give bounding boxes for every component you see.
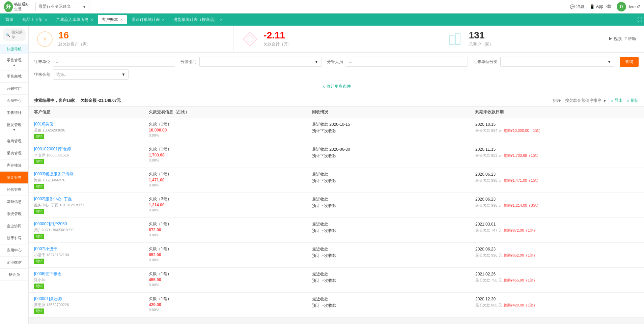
customer-name-1[interactable]: [0001020001]李老师 bbox=[34, 146, 149, 152]
stat-label-3: 总客户（家） bbox=[469, 41, 493, 47]
collection-info-6: 最近收款 预计下次收款 bbox=[312, 271, 475, 284]
sidebar-item-app-center[interactable]: 应用中心 bbox=[0, 244, 28, 257]
collapse-button[interactable]: ∧ 收起更多条件 bbox=[34, 82, 639, 91]
tab-accounts-close[interactable]: ✕ bbox=[120, 18, 123, 22]
sidebar-item-retail-store[interactable]: 零售商城 bbox=[0, 70, 28, 83]
overdue-link-1[interactable]: 超期¥1,703.68（1笔） bbox=[503, 153, 540, 157]
due-date-4: 2021.03.01 bbox=[475, 221, 639, 228]
person-input[interactable]: ... bbox=[346, 57, 468, 67]
tab-history-close[interactable]: ✕ bbox=[90, 18, 93, 22]
tab-maximize-button[interactable]: ⛶ bbox=[637, 16, 643, 23]
customer-name-4[interactable]: [000002]用户2050 bbox=[34, 221, 149, 227]
message-button[interactable]: 💬 消息 bbox=[570, 4, 584, 9]
user-area[interactable]: D demo2 bbox=[617, 2, 640, 11]
filter-dept: 分管部门 ▼ bbox=[180, 57, 321, 67]
sidebar-item-retail-stats[interactable]: 零售统计 bbox=[0, 107, 28, 119]
sidebar-item-retail-mgmt[interactable]: 零售管理 ▲ bbox=[0, 54, 28, 70]
sidebar-item-finance[interactable]: 资金管理 bbox=[0, 172, 28, 184]
dept-select[interactable]: ▼ bbox=[199, 57, 321, 67]
export-button[interactable]: ○ 导出 bbox=[611, 98, 623, 104]
sidebar-search-box[interactable]: 🔍 搜索菜单 bbox=[3, 28, 26, 41]
sidebar-ecommerce-label: 电商管理 bbox=[7, 139, 22, 143]
sidebar-item-marketing[interactable]: 营销推广 bbox=[0, 83, 28, 95]
sidebar-quick-nav[interactable]: 快捷导航 bbox=[0, 44, 28, 54]
tab-home[interactable]: 首页 bbox=[1, 15, 18, 24]
customer-name-0[interactable]: [0016]吴俊 bbox=[34, 121, 149, 127]
customer-name-2[interactable]: [0003]畅捷服务尹海燕 bbox=[34, 171, 149, 177]
app-download-button[interactable]: 📱 App下载 bbox=[590, 4, 611, 9]
results-text: 搜索结果中，客户16家 bbox=[34, 98, 75, 103]
search-button[interactable]: 查询 bbox=[620, 57, 639, 67]
tab-products[interactable]: 商品上下架 ✕ bbox=[18, 15, 51, 24]
stat-info-3: 131 总客户（家） bbox=[469, 31, 493, 47]
overdue-link-6[interactable]: 超期¥455.90（1笔） bbox=[503, 278, 537, 282]
sidebar-item-member-vip[interactable]: 畅会员 bbox=[0, 269, 28, 281]
svg-text:¥: ¥ bbox=[43, 36, 47, 42]
industry-label: 母婴行业演示账套 bbox=[38, 4, 71, 9]
tab-purchase-close[interactable]: ✕ bbox=[162, 18, 165, 22]
message-label: 消息 bbox=[576, 4, 584, 9]
sidebar-item-enterprise-wx[interactable]: 企业微信 bbox=[0, 257, 28, 269]
overdue-link-4[interactable]: 超期¥672.00（1笔） bbox=[503, 228, 537, 232]
overdue-link-5[interactable]: 超期¥652.00（1笔） bbox=[503, 253, 537, 257]
unit-type-select[interactable]: ▼ bbox=[500, 57, 614, 67]
source-unit-input[interactable]: ... bbox=[53, 57, 175, 67]
sidebar-item-enterprise-collab[interactable]: 企业协同 bbox=[0, 220, 28, 232]
view-button[interactable]: ▶ 视频 bbox=[609, 36, 622, 42]
overdue-link-3[interactable]: 超期¥1,214.00（3笔） bbox=[503, 203, 540, 207]
debt-amount-4: 672.00 bbox=[149, 228, 312, 232]
tab-purchase-label: 采购订单统计表 bbox=[132, 17, 160, 23]
customer-sub-4: 用户2050 18665062050 bbox=[34, 228, 149, 233]
debt-percent-4: 0.00% bbox=[149, 233, 312, 237]
debt-info-7: 欠款（1笔） 429.00 0.00% bbox=[149, 296, 312, 312]
sidebar-item-new-guide[interactable]: 新手引导 bbox=[0, 232, 28, 244]
sort-selector[interactable]: 排序：按欠款金额倒序排序 ▼ bbox=[553, 98, 607, 104]
customer-sub-0: 吴俊 13026203696 bbox=[34, 128, 149, 133]
refresh-icon: ○ bbox=[627, 98, 629, 103]
collection-info-2: 最近收款 预计下次收款 bbox=[312, 171, 475, 184]
overdue-link-0[interactable]: 超期¥10,000.00（1笔） bbox=[503, 128, 542, 132]
customer-name-7[interactable]: [000001]黄思源 bbox=[34, 296, 149, 302]
sidebar-item-ecommerce[interactable]: 电商管理 bbox=[0, 135, 28, 147]
sidebar-item-basic-info[interactable]: 基础信息 bbox=[0, 196, 28, 208]
customer-name-5[interactable]: [0007]小进干 bbox=[34, 246, 149, 252]
sidebar-item-operations[interactable]: 经营管理 bbox=[0, 184, 28, 196]
next-collection-3: 预计下次收款 bbox=[312, 203, 475, 209]
help-button[interactable]: ? 帮助 bbox=[624, 36, 636, 42]
sidebar-item-system[interactable]: 系统管理 bbox=[0, 208, 28, 220]
overdue-link-2[interactable]: 超期¥1,471.00（1笔） bbox=[503, 178, 540, 182]
app-selector[interactable]: 母婴行业演示账套 ▼ bbox=[35, 2, 89, 11]
svg-rect-5 bbox=[455, 34, 460, 45]
tab-inventory-close[interactable]: ✕ bbox=[220, 18, 223, 22]
debt-text: 欠款金额 -21,148.07元 bbox=[80, 98, 121, 103]
customer-name-3[interactable]: [0002]服务中心_丁磊 bbox=[34, 196, 149, 202]
customer-sub-7: 黄思源 13552700226 bbox=[34, 302, 149, 307]
sidebar-enterprise-collab-label: 企业协同 bbox=[7, 224, 22, 228]
tab-inventory[interactable]: 进货单统计表（按商品） ✕ bbox=[169, 15, 227, 24]
debt-info-1: 欠款（1笔） 1,703.68 0.00% bbox=[149, 146, 312, 162]
tab-history[interactable]: 产成品入库单历史 ✕ bbox=[52, 15, 97, 24]
customer-info-4: [000002]用户2050 用户2050 18665062050 现销 bbox=[34, 221, 149, 239]
sidebar-item-inventory-check[interactable]: 库存核算 bbox=[0, 159, 28, 172]
tab-minimize-button[interactable]: — bbox=[628, 16, 634, 23]
tab-purchase[interactable]: 采购订单统计表 ✕ bbox=[128, 15, 169, 24]
refresh-button[interactable]: ○ 刷新 bbox=[627, 98, 639, 104]
customer-name-6[interactable]: [0006]去下粮仓 bbox=[34, 271, 149, 277]
overdue-link-7[interactable]: 超期¥429.00（1笔） bbox=[503, 303, 537, 307]
results-info: 搜索结果中，客户16家， 欠款金额 -21,148.07元 bbox=[34, 98, 121, 104]
tab-products-close[interactable]: ✕ bbox=[45, 18, 47, 22]
svg-marker-2 bbox=[243, 32, 257, 46]
due-info-1: 2020.11.15 最长欠款 853 天 超期¥1,703.68（1笔） bbox=[475, 146, 639, 159]
sidebar-enterprise-wx-label: 企业微信 bbox=[7, 260, 22, 264]
customer-tag-3: 现销 bbox=[34, 209, 44, 214]
main-layout: 🔍 搜索菜单 快捷导航 零售管理 ▲ 零售商城 营销推广 会员中心 零售统计 批… bbox=[0, 26, 644, 324]
customer-info-5: [0007]小进干 小进干 18279152100 现销 bbox=[34, 246, 149, 264]
due-date-7: 2020.12.30 bbox=[475, 296, 639, 302]
tab-accounts[interactable]: 客户账本 ✕ bbox=[98, 15, 127, 24]
balance-select[interactable]: 选择... ▼ bbox=[53, 69, 129, 80]
sidebar-item-batch-mgmt[interactable]: 批发管理 ▼ bbox=[0, 119, 28, 135]
sidebar-item-purchase-mgmt[interactable]: 采购管理 bbox=[0, 147, 28, 159]
stat-value-1: 16 bbox=[58, 31, 91, 40]
customer-tag-5: 现销 bbox=[34, 259, 44, 264]
sidebar-item-member[interactable]: 会员中心 bbox=[0, 95, 28, 107]
